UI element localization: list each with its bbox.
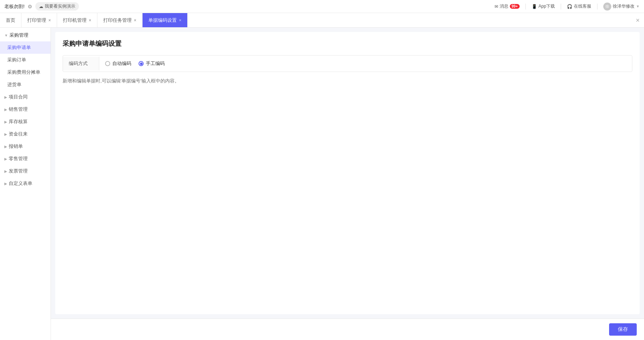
- tab-single-code-settings[interactable]: 单据编码设置 ×: [143, 13, 188, 27]
- tab-home-label: 首页: [6, 17, 15, 24]
- tab-print-task-mgmt-label: 打印任务管理: [103, 17, 132, 24]
- sidebar-item-goods-receipt[interactable]: 进货单: [0, 78, 51, 91]
- message-label: 消息: [500, 3, 508, 9]
- chevron-right-icon6: ▶: [4, 157, 7, 161]
- message-button[interactable]: ✉ 消息 99+: [495, 3, 520, 9]
- close-all-tabs-button[interactable]: ×: [636, 16, 640, 24]
- username: 徐泽华修改: [613, 3, 635, 9]
- radio-manual-label: 手工编码: [146, 60, 165, 67]
- message-icon: ✉: [495, 4, 498, 9]
- app-download-label: App下载: [539, 3, 555, 9]
- save-button[interactable]: 保存: [609, 323, 637, 336]
- sidebar-item-purchase-order-label: 采购订单: [7, 57, 26, 62]
- radio-auto-circle: [105, 61, 110, 66]
- sidebar-group-inventory[interactable]: ▶ 库存核算: [0, 116, 51, 128]
- chevron-right-icon8: ▶: [4, 182, 7, 186]
- top-bar-left: 老板勿割! ⚙ ☁ 我要看实例演示: [4, 2, 79, 11]
- encoding-row: 编码方式 自动编码 手工编码: [63, 56, 632, 72]
- tab-printer-mgmt[interactable]: 打印机管理 ×: [57, 13, 97, 27]
- demo-button[interactable]: ☁ 我要看实例演示: [35, 2, 79, 11]
- sidebar-item-purchase-order[interactable]: 采购订单: [0, 54, 51, 66]
- sidebar-group-purchase-title[interactable]: ▼ 采购管理: [0, 29, 51, 41]
- hint-text: 新增和编辑单据时,可以编辑'单据编号'输入框中的内容。: [63, 78, 632, 84]
- demo-text: 我要看实例演示: [45, 3, 75, 9]
- tab-bar: 首页 打印管理 × 打印机管理 × 打印任务管理 × 单据编码设置 × ×: [0, 13, 644, 28]
- content-area: 采购申请单编码设置 编码方式 自动编码 手工编码: [51, 28, 644, 340]
- divider3: [597, 4, 597, 9]
- top-bar-right: ✉ 消息 99+ 📱 App下载 🎧 在线客服 徐 徐泽华修改 ▼: [495, 3, 640, 11]
- tab-print-task-mgmt[interactable]: 打印任务管理 ×: [97, 13, 143, 27]
- chevron-right-icon3: ▶: [4, 120, 7, 124]
- tab-printer-mgmt-label: 打印机管理: [63, 17, 87, 24]
- content-inner: 采购申请单编码设置 编码方式 自动编码 手工编码: [55, 32, 640, 314]
- gear-icon[interactable]: ⚙: [28, 4, 32, 9]
- sidebar-group-purchase: ▼ 采购管理 采购申请单 采购订单 采购费用分摊单 进货单: [0, 29, 51, 91]
- sidebar-item-goods-receipt-label: 进货单: [7, 82, 21, 87]
- online-service-button[interactable]: 🎧 在线客服: [567, 3, 591, 9]
- sidebar-group-custom-forms-label: 自定义表单: [9, 180, 32, 187]
- sidebar-group-invoice[interactable]: ▶ 发票管理: [0, 165, 51, 177]
- tab-print-mgmt[interactable]: 打印管理 ×: [21, 13, 57, 27]
- sidebar-item-purchase-expense-label: 采购费用分摊单: [7, 69, 40, 75]
- chevron-right-icon: ▶: [4, 95, 7, 99]
- top-bar: 老板勿割! ⚙ ☁ 我要看实例演示 ✉ 消息 99+ 📱 App下载 🎧 在线客…: [0, 0, 644, 13]
- tab-print-mgmt-label: 打印管理: [27, 17, 46, 24]
- tab-single-code-settings-close[interactable]: ×: [179, 18, 181, 23]
- online-service-label: 在线客服: [574, 3, 591, 9]
- chevron-right-icon5: ▶: [4, 145, 7, 149]
- sidebar: ▼ 采购管理 采购申请单 采购订单 采购费用分摊单 进货单 ▶ 项目合同 ▶ 销…: [0, 28, 51, 340]
- sidebar-group-purchase-label: 采购管理: [9, 32, 28, 39]
- sidebar-group-returns-label: 报销单: [9, 143, 23, 150]
- sidebar-item-purchase-request[interactable]: 采购申请单: [0, 41, 51, 54]
- page-title: 采购申请单编码设置: [63, 39, 632, 48]
- user-profile[interactable]: 徐 徐泽华修改 ▼: [603, 3, 640, 11]
- tab-home[interactable]: 首页: [0, 13, 21, 27]
- sidebar-group-sales-mgmt-label: 销售管理: [9, 106, 28, 113]
- tab-print-mgmt-close[interactable]: ×: [48, 18, 51, 23]
- sidebar-group-funds-label: 资金往来: [9, 131, 28, 137]
- chevron-down-icon: ▼: [4, 33, 8, 37]
- tab-printer-mgmt-close[interactable]: ×: [89, 18, 91, 23]
- encoding-label: 编码方式: [63, 57, 99, 70]
- app-download-button[interactable]: 📱 App下载: [532, 3, 555, 9]
- chevron-right-icon7: ▶: [4, 169, 7, 173]
- divider2: [561, 4, 561, 9]
- tab-single-code-settings-label: 单据编码设置: [148, 17, 177, 24]
- chevron-right-icon4: ▶: [4, 132, 7, 136]
- sidebar-group-sales-mgmt[interactable]: ▶ 销售管理: [0, 103, 51, 116]
- app-download-icon: 📱: [532, 4, 537, 9]
- radio-manual-circle: [139, 61, 144, 66]
- encoding-value: 自动编码 手工编码: [99, 57, 171, 70]
- sidebar-group-retail-label: 零售管理: [9, 155, 28, 162]
- sidebar-item-purchase-expense[interactable]: 采购费用分摊单: [0, 66, 51, 78]
- avatar: 徐: [603, 3, 611, 11]
- sidebar-item-purchase-request-label: 采购申请单: [7, 45, 31, 50]
- sidebar-group-custom-forms[interactable]: ▶ 自定义表单: [0, 177, 51, 190]
- headset-icon: 🎧: [567, 4, 572, 9]
- radio-auto-label: 自动编码: [112, 60, 131, 67]
- logo-text: 老板勿割!: [4, 3, 25, 10]
- encoding-form: 编码方式 自动编码 手工编码: [63, 55, 632, 72]
- sidebar-group-invoice-label: 发票管理: [9, 168, 28, 174]
- divider: [525, 4, 526, 9]
- message-badge: 99+: [510, 4, 520, 9]
- tab-print-task-mgmt-close[interactable]: ×: [134, 18, 136, 23]
- sidebar-group-retail[interactable]: ▶ 零售管理: [0, 153, 51, 165]
- sidebar-group-returns[interactable]: ▶ 报销单: [0, 140, 51, 153]
- radio-auto-option[interactable]: 自动编码: [105, 60, 131, 67]
- radio-manual-option[interactable]: 手工编码: [139, 60, 165, 67]
- sidebar-group-project-contract-label: 项目合同: [9, 94, 28, 100]
- sidebar-group-funds[interactable]: ▶ 资金往来: [0, 128, 51, 140]
- cloud-icon: ☁: [39, 4, 43, 9]
- bottom-bar: 保存: [51, 319, 644, 340]
- main-layout: ▼ 采购管理 采购申请单 采购订单 采购费用分摊单 进货单 ▶ 项目合同 ▶ 销…: [0, 28, 644, 340]
- sidebar-group-project-contract[interactable]: ▶ 项目合同: [0, 91, 51, 103]
- sidebar-group-inventory-label: 库存核算: [9, 118, 28, 125]
- chevron-right-icon2: ▶: [4, 108, 7, 112]
- chevron-down-icon: ▼: [636, 4, 640, 8]
